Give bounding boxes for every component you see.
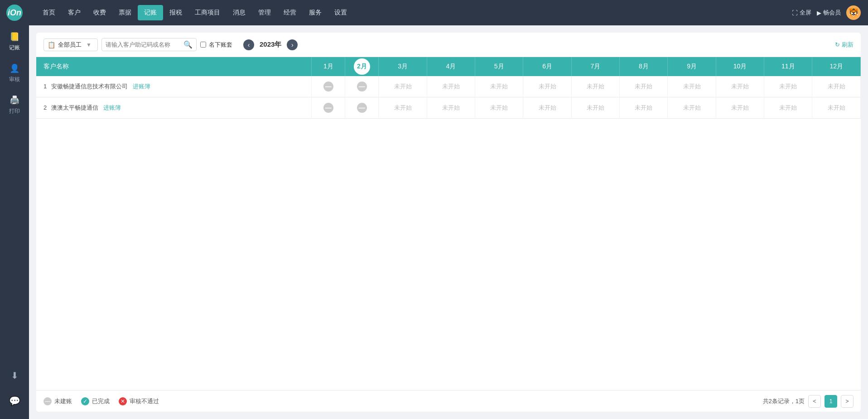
not-started-aug-1: 未开始 xyxy=(635,83,652,90)
not-started-may-2: 未开始 xyxy=(490,104,508,111)
legend-rejected: ✕ 审核不通过 xyxy=(119,397,159,405)
cell-mar-1: 未开始 xyxy=(379,76,427,97)
search-input[interactable] xyxy=(106,41,182,48)
col-jan: 1月 xyxy=(312,57,345,76)
sidebar-item-label: 打印 xyxy=(9,107,20,115)
nav-home[interactable]: 首页 xyxy=(36,5,62,20)
table-header-row: 客户名称 1月 2月 3月 4月 5月 6月 7月 8月 9月 xyxy=(36,57,861,76)
employee-select[interactable]: 📋 全部员工 ▼ xyxy=(43,39,98,51)
not-started-oct-2: 未开始 xyxy=(731,104,749,111)
status-dot-feb-2: — xyxy=(357,103,367,113)
not-started-nov-1: 未开始 xyxy=(779,83,797,90)
nav-message[interactable]: 消息 xyxy=(227,5,252,20)
client-name-1: 安徽畅捷通信息技术有限公司 xyxy=(51,83,128,90)
cell-sep-1: 未开始 xyxy=(668,76,716,97)
nav-invoice[interactable]: 票据 xyxy=(112,5,138,20)
checkbox-label: 名下账套 xyxy=(209,41,232,49)
not-started-nov-2: 未开始 xyxy=(779,104,797,111)
client-name-2: 澳澳太平畅捷通信 xyxy=(51,104,98,111)
nav-accounting[interactable]: 记账 xyxy=(138,5,163,20)
sidebar-bottom: ⬇ 💬 xyxy=(0,365,29,419)
next-page-button[interactable]: > xyxy=(841,395,854,408)
col-feb: 2月 xyxy=(345,57,379,76)
status-dot-jan-1: — xyxy=(323,82,333,92)
vip-button[interactable]: ▶ 畅会员 xyxy=(817,9,841,17)
col-jul: 7月 xyxy=(571,57,619,76)
legend-not-built: — 未建账 xyxy=(43,397,72,405)
employee-select-label: 全部员工 xyxy=(58,41,82,49)
total-count: 共2条记录，1页 xyxy=(763,397,805,405)
next-year-button[interactable]: › xyxy=(287,39,298,50)
page-1-button[interactable]: 1 xyxy=(825,395,837,408)
not-started-mar-2: 未开始 xyxy=(394,104,412,111)
prev-page-button[interactable]: < xyxy=(808,395,821,408)
fullscreen-label: 全屏 xyxy=(800,9,811,17)
sidebar-item-audit[interactable]: 👤 审核 xyxy=(0,57,29,89)
not-started-jul-2: 未开始 xyxy=(587,104,604,111)
status-dot-jan-2: — xyxy=(323,103,333,113)
nav-operation[interactable]: 经营 xyxy=(277,5,303,20)
table-footer: — 未建账 ✓ 已完成 ✕ 审核不通过 共2条记录，1页 < 1 > xyxy=(36,390,861,412)
vip-label: 畅会员 xyxy=(823,9,841,17)
nav-fee[interactable]: 收费 xyxy=(87,5,112,20)
nav-business[interactable]: 工商项目 xyxy=(188,5,227,20)
under-account-checkbox[interactable]: 名下账套 xyxy=(200,41,232,49)
logo-icon: iOn xyxy=(6,5,23,21)
status-dot-feb-1: — xyxy=(357,82,367,92)
fullscreen-button[interactable]: ⛶ 全屏 xyxy=(792,9,811,17)
col-apr: 4月 xyxy=(427,57,475,76)
not-started-aug-2: 未开始 xyxy=(635,104,652,111)
not-started-sep-1: 未开始 xyxy=(683,83,701,90)
cell-oct-1: 未开始 xyxy=(716,76,764,97)
audit-icon: 👤 xyxy=(9,63,20,74)
nav-service[interactable]: 服务 xyxy=(303,5,328,20)
not-started-mar-1: 未开始 xyxy=(394,83,412,90)
sidebar-item-print[interactable]: 🖨️ 打印 xyxy=(0,89,29,120)
not-started-dec-1: 未开始 xyxy=(828,83,845,90)
download-icon[interactable]: ⬇ xyxy=(0,365,29,386)
table-row: 1 安徽畅捷通信息技术有限公司 进账簿 — — 未开始 未开始 未开始 未开始 … xyxy=(36,76,861,97)
not-started-apr-2: 未开始 xyxy=(442,104,460,111)
col-jun: 6月 xyxy=(523,57,571,76)
cell-dec-2: 未开始 xyxy=(812,97,861,119)
cell-apr-1: 未开始 xyxy=(427,76,475,97)
user-avatar[interactable]: 🐯 xyxy=(846,5,861,20)
nav-settings[interactable]: 设置 xyxy=(328,5,353,20)
content-area: 📋 全部员工 ▼ 🔍 名下账套 ‹ 2023年 › xyxy=(29,25,868,419)
enter-link-1[interactable]: 进账簿 xyxy=(133,83,150,90)
cell-jan-2: — xyxy=(312,97,345,119)
legend-label-not-built: 未建账 xyxy=(54,397,72,405)
prev-year-button[interactable]: ‹ xyxy=(243,39,254,50)
table-wrap: 客户名称 1月 2月 3月 4月 5月 6月 7月 8月 9月 xyxy=(36,57,861,390)
enter-link-2[interactable]: 进账簿 xyxy=(103,104,121,111)
cell-aug-1: 未开始 xyxy=(620,76,668,97)
cell-mar-2: 未开始 xyxy=(379,97,427,119)
dropdown-arrow-icon: ▼ xyxy=(86,42,92,48)
cell-jun-2: 未开始 xyxy=(523,97,571,119)
sidebar-item-accounting[interactable]: 📒 记账 xyxy=(0,25,29,57)
cell-dec-1: 未开始 xyxy=(812,76,861,97)
legend-dot-gray: — xyxy=(43,397,52,405)
legend-dot-teal: ✓ xyxy=(81,397,89,405)
sidebar-item-label: 审核 xyxy=(9,76,20,83)
sidebar-item-label: 记账 xyxy=(9,44,20,52)
nav-customer[interactable]: 客户 xyxy=(62,5,87,20)
col-mar: 3月 xyxy=(379,57,427,76)
cell-may-2: 未开始 xyxy=(475,97,523,119)
pagination: 共2条记录，1页 < 1 > xyxy=(763,395,854,408)
chat-icon[interactable]: 💬 xyxy=(0,390,29,412)
not-started-may-1: 未开始 xyxy=(490,83,508,90)
search-icon[interactable]: 🔍 xyxy=(183,40,193,49)
main-table: 客户名称 1月 2月 3月 4月 5月 6月 7月 8月 9月 xyxy=(36,57,861,119)
nav-tax[interactable]: 报税 xyxy=(163,5,188,20)
cell-feb-2: — xyxy=(345,97,379,119)
nav-manage[interactable]: 管理 xyxy=(252,5,277,20)
refresh-button[interactable]: ↻ 刷新 xyxy=(835,41,854,49)
year-nav: ‹ 2023年 › xyxy=(243,39,298,50)
table-row: 2 澳澳太平畅捷通信 进账簿 — — 未开始 未开始 未开始 未开始 未开始 未… xyxy=(36,97,861,119)
cell-nov-2: 未开始 xyxy=(764,97,812,119)
checkbox-input[interactable] xyxy=(200,42,206,48)
cell-jul-2: 未开始 xyxy=(571,97,619,119)
col-nov: 11月 xyxy=(764,57,812,76)
cell-apr-2: 未开始 xyxy=(427,97,475,119)
